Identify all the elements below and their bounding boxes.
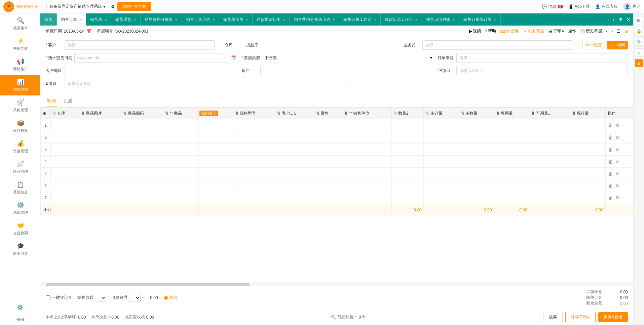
close-icon[interactable]: ✕ (134, 18, 136, 22)
row-available[interactable] (494, 156, 529, 168)
row-product[interactable] (163, 156, 199, 168)
th-available[interactable]: ⇅ 可用量 (494, 108, 529, 119)
row-warehouse[interactable] (51, 180, 79, 192)
row-available2[interactable] (529, 119, 570, 131)
copy-row-btn[interactable]: ⧉ (615, 146, 620, 153)
row-attribute[interactable] (314, 156, 342, 168)
row-available2[interactable] (529, 168, 570, 180)
horizontal-scrollbar[interactable] (40, 282, 633, 286)
nav-prev-btn[interactable]: ‹ (606, 29, 607, 34)
row-product[interactable] (163, 180, 199, 192)
sidebar-item-marketing[interactable]: 📢 营销推广 (0, 54, 40, 75)
sidebar-settings-btn[interactable]: ⚙️ (0, 301, 40, 313)
row-qty2[interactable] (391, 131, 424, 144)
row-warehouse[interactable] (51, 131, 79, 144)
print-btn[interactable]: 🖨 打印 ▾ (548, 28, 564, 34)
date-picker-btn[interactable]: 📅 (86, 29, 91, 34)
b-project-input[interactable] (65, 79, 349, 88)
discard-button[interactable]: 放弃 (543, 312, 563, 322)
delivery-date-picker-btn[interactable]: 📅 (231, 55, 236, 60)
row-product[interactable] (163, 168, 199, 180)
tab-prev-btn[interactable]: ‹ (606, 15, 610, 24)
th-qty2[interactable]: ⇅ 数量2 (391, 108, 424, 119)
settings-icon-btn[interactable]: ⚙ (111, 4, 115, 9)
sidebar-item-basic-info[interactable]: 📋 基础信息 (0, 177, 40, 198)
row-product-image[interactable] (79, 168, 121, 180)
remark-input[interactable] (260, 66, 432, 75)
th-attribute[interactable]: ⇅ 属性 (314, 108, 342, 119)
delete-row-btn[interactable]: 🗑 (608, 122, 614, 129)
th-customer-code[interactable]: ⇅ 客户... ℹ (275, 108, 314, 119)
add-item-btn[interactable]: ＋ +物料 (607, 41, 628, 49)
row-attribute[interactable] (314, 144, 342, 156)
row-customer-code[interactable] (275, 131, 314, 144)
tab-sales-return[interactable]: 销货退货 ✕ (111, 13, 141, 26)
scan-btn[interactable]: 扫码录入 (199, 111, 218, 116)
row-current-stock[interactable] (570, 144, 605, 156)
th-scan[interactable]: 扫码录入 (199, 108, 233, 119)
row-spec[interactable] (233, 180, 275, 192)
th-unit[interactable]: ⇅ ** 销售单位 (342, 108, 391, 119)
sidebar-item-search[interactable]: 🔍 搜索菜单 (0, 13, 40, 34)
th-product-image[interactable]: ⇅ 商品图片 (79, 108, 121, 119)
right-panel-btn-grid[interactable]: ⊞ (635, 16, 643, 24)
tab-sales-invoice[interactable]: 销货单 ✕ (86, 13, 111, 26)
sidebar-item-quicknav[interactable]: ⚡ 快捷导航 (0, 34, 40, 54)
row-unit[interactable] (342, 156, 391, 168)
row-attribute[interactable] (314, 168, 342, 180)
row-available2[interactable] (529, 192, 570, 204)
row-main-qty[interactable] (459, 131, 494, 144)
row-available2[interactable] (529, 144, 570, 156)
tab-next-btn[interactable]: › (611, 15, 616, 24)
row-unit[interactable] (342, 180, 391, 192)
bank-expand-icon[interactable]: ··· (142, 296, 145, 299)
close-icon[interactable]: ✕ (452, 18, 455, 22)
row-warehouse[interactable] (51, 156, 79, 168)
row-customer-code[interactable] (275, 156, 314, 168)
row-spec[interactable] (233, 192, 275, 204)
row-qty2[interactable] (391, 180, 424, 192)
invoice-type-expand-btn[interactable]: ▾ (430, 55, 432, 60)
payment-method-select[interactable] (95, 294, 106, 302)
right-panel-btn-lock[interactable]: 🔒 (635, 27, 643, 35)
sidebar-item-guide[interactable]: 🎓 新手引导 (0, 239, 40, 259)
row-product-code[interactable] (121, 156, 163, 168)
operate-btn[interactable]: 操作 (568, 28, 576, 34)
row-main-qty[interactable] (459, 119, 494, 131)
add-footer-btn[interactable]: 🔶 添加 (163, 295, 177, 300)
close-icon[interactable]: ✕ (374, 18, 376, 22)
close-icon[interactable]: ✕ (283, 18, 286, 22)
row-product[interactable] (163, 192, 199, 204)
copy-row-btn[interactable]: ⧉ (615, 158, 620, 165)
close-icon[interactable]: ✕ (245, 18, 248, 22)
row-product[interactable] (163, 131, 199, 144)
delete-row-btn[interactable]: 🗑 (608, 195, 614, 201)
th-product-code[interactable]: ⇅ 商品编码 (121, 108, 163, 119)
copy-row-btn[interactable]: ⧉ (615, 194, 620, 201)
row-qty2[interactable] (391, 144, 424, 156)
row-qty2[interactable] (391, 168, 424, 180)
tab-cash-workbench[interactable]: 钱货日清工作台 ✕ (381, 13, 422, 26)
row-product-image[interactable] (79, 156, 121, 168)
delivery-date-input[interactable] (74, 53, 229, 63)
row-product-code[interactable] (121, 180, 163, 192)
row-warehouse[interactable] (51, 144, 79, 156)
right-panel-btn-star[interactable]: ☆ (635, 48, 643, 56)
tab-order-workbench[interactable]: 销售订单工作台 ✕ (339, 13, 381, 26)
tab-sales-order[interactable]: 销售订单 ✕ (57, 13, 86, 26)
sidebar-item-enterprise[interactable]: 🤝 企业协同 (0, 218, 40, 239)
save-draft-button[interactable]: 保存草稿 ▾ (565, 312, 596, 322)
right-panel-btn-attach[interactable]: 📎 (635, 38, 643, 46)
row-customer-code[interactable] (275, 168, 314, 180)
delete-row-btn[interactable]: 🗑 (608, 170, 614, 177)
row-product-image[interactable] (79, 119, 121, 131)
tab-detail[interactable]: 明细 (46, 95, 57, 107)
row-current-stock[interactable] (570, 180, 605, 192)
view-video-btn[interactable]: ▶ 视频 (469, 28, 481, 34)
tab-expense-history[interactable]: 销售费用分摊单历史 ✕ (290, 13, 339, 26)
row-current-stock[interactable] (570, 131, 605, 144)
row-available[interactable] (494, 180, 529, 192)
row-main-unit[interactable] (424, 180, 459, 192)
th-main-qty[interactable]: ⇅ 主数量 (459, 108, 494, 119)
row-product-image[interactable] (79, 131, 121, 144)
